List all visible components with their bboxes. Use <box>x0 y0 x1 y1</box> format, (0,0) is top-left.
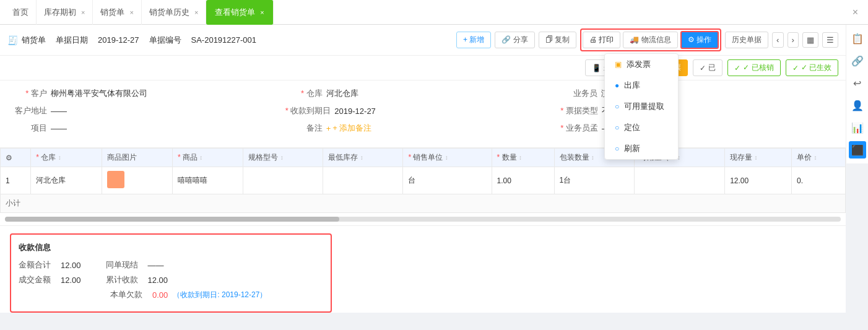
dropdown-qty-fetch[interactable]: ○ 可用量提取 <box>605 96 678 117</box>
dropdown-qty-fetch-label: 可用量提取 <box>624 101 664 112</box>
unit-price-sort-icon: ↕ <box>814 154 817 161</box>
view-grid-button[interactable]: ▦ <box>802 32 818 48</box>
row-unit-price: 0. <box>792 167 846 194</box>
col-warehouse: 仓库 ↕ <box>31 149 102 167</box>
project-label: 项目 <box>10 123 47 134</box>
sidebar-icon-4[interactable]: 👤 <box>849 97 866 114</box>
dropdown-ship-out[interactable]: ● 出库 <box>605 75 678 96</box>
status-effect-button[interactable]: ✓ ✓ 已生效 <box>786 59 838 76</box>
pack-qty-sort-icon: ↕ <box>591 154 594 161</box>
payment-row-2: 成交金额 12.00 累计收款 12.00 <box>19 274 323 285</box>
quantity-sort-icon: ↕ <box>519 154 522 161</box>
tab-sales-order[interactable]: 销货单 × <box>93 0 141 25</box>
status-confirm-button[interactable]: ✓ 已 <box>693 59 723 76</box>
refresh-icon: ○ <box>615 144 619 153</box>
address-label: 客户地址 <box>10 105 47 116</box>
sidebar-icon-1[interactable]: 📋 <box>849 30 866 47</box>
status-sold-label: ✓ 已核销 <box>743 63 773 73</box>
status-sold-button[interactable]: ✓ ✓ 已核销 <box>727 59 780 76</box>
customer-value: 柳州粤港平安气体有限公司 <box>51 88 147 99</box>
view-list-button[interactable]: ☰ <box>822 32 838 48</box>
copy-button[interactable]: 🗍 复制 <box>539 32 576 48</box>
sidebar-icon-3[interactable]: ↩ <box>849 74 866 92</box>
dropdown-refresh[interactable]: ○ 刷新 <box>605 138 678 159</box>
dropdown-locate[interactable]: ○ 定位 <box>605 117 678 138</box>
project-value: —— <box>51 124 67 133</box>
product-image <box>107 171 124 188</box>
total-amount-label: 金额合计 <box>19 259 56 271</box>
owed-label: 本单欠款 <box>110 289 147 300</box>
subtotal-row: 小计 <box>1 194 846 213</box>
tab-sales-history[interactable]: 销货单历史 × <box>142 0 206 25</box>
form-row-2: 客户地址 —— 收款到期日 2019-12-27 票据类型 不开票 <box>10 105 836 116</box>
doc-number-value: SA-20191227-001 <box>191 35 257 45</box>
customer-label: 客户 <box>10 88 47 99</box>
status-effect-icon: ✓ <box>792 64 799 72</box>
same-order-value: —— <box>148 261 164 270</box>
spec-sort-icon: ↕ <box>280 154 284 161</box>
sidebar-icon-5[interactable]: 📊 <box>849 119 866 136</box>
status-confirm-label: 已 <box>708 63 716 73</box>
add-button[interactable]: + 新增 <box>456 32 491 48</box>
note-label: 备注 <box>285 123 323 134</box>
print-button[interactable]: 🖨 打印 <box>583 32 620 48</box>
doc-type-label: 销货单 <box>22 35 46 46</box>
tab-inventory-init[interactable]: 库存期初 × <box>37 0 93 25</box>
ticket-type-label: 票据类型 <box>560 105 598 116</box>
settings-icon: ⚙ <box>6 154 12 162</box>
print-action-group: 🖨 打印 🚚 物流信息 ⚙ 操作 <box>580 28 721 51</box>
history-button[interactable]: 历史单据 <box>725 32 768 48</box>
col-product: 商品 ↕ <box>172 149 243 167</box>
row-product: 嘻嘻嘻嘻 <box>172 167 243 194</box>
form-row-3: 项目 —— 备注 + + 添加备注 业务员孟 —— <box>10 123 836 134</box>
row-min-stock <box>323 167 403 194</box>
product-sort-icon: ↕ <box>199 154 202 161</box>
payment-due-value: 2019-12-27 <box>334 106 376 116</box>
action-button[interactable]: ⚙ 操作 <box>680 31 719 49</box>
action-dropdown: ▣ 添发票 ● 出库 ○ 可用量提取 ○ 定位 ○ 刷新 <box>604 53 679 160</box>
add-invoice-icon: ▣ <box>615 60 622 69</box>
same-order-item: 同单现结 —— <box>106 259 164 271</box>
ship-out-icon: ● <box>615 81 619 90</box>
address-field: 客户地址 —— <box>10 105 285 116</box>
global-close-button[interactable]: × <box>848 7 863 18</box>
warehouse-field: 仓库 河北仓库 <box>285 88 561 99</box>
payment-due-label: 收款到期日 <box>285 105 331 116</box>
product-table-container: ⚙ 仓库 ↕ 商品图片 商品 ↕ 规格型号 ↕ 最低库存 ↕ 销售单位 ↕ 数量… <box>0 148 846 226</box>
dropdown-refresh-label: 刷新 <box>624 143 640 154</box>
doc-date-value: 2019-12-27 <box>98 35 139 45</box>
tab-view-sales-close[interactable]: × <box>260 9 264 16</box>
toolbar-right: + 新增 🔗 分享 🗍 复制 🖨 打印 🚚 物流信息 ⚙ 操作 历史单据 ‹ ›… <box>456 28 838 51</box>
sales-unit-sort-icon: ↕ <box>445 154 448 161</box>
owed-note: （收款到期日: 2019-12-27） <box>173 290 267 300</box>
sidebar-icon-2[interactable]: 🔗 <box>849 52 866 69</box>
tab-sales-order-close[interactable]: × <box>129 9 133 16</box>
payment-row-3: 本单欠款 0.00 （收款到期日: 2019-12-27） <box>19 289 323 300</box>
table-scrollbar[interactable] <box>5 217 841 222</box>
deal-amount-item: 成交金额 12.00 <box>19 274 81 285</box>
tab-inventory-init-label: 库存期初 <box>44 7 76 18</box>
table-scrollbar-area[interactable] <box>0 213 846 225</box>
logistics-button[interactable]: 🚚 物流信息 <box>623 32 677 48</box>
tab-view-sales[interactable]: 查看销货单 × <box>206 0 273 25</box>
warehouse-value: 河北仓库 <box>326 88 358 99</box>
note-add-button[interactable]: + + 添加备注 <box>326 123 372 134</box>
col-settings[interactable]: ⚙ <box>1 149 31 167</box>
dropdown-add-invoice[interactable]: ▣ 添发票 <box>605 54 678 75</box>
product-table: ⚙ 仓库 ↕ 商品图片 商品 ↕ 规格型号 ↕ 最低库存 ↕ 销售单位 ↕ 数量… <box>0 148 846 213</box>
note-add-label: + 添加备注 <box>332 123 371 134</box>
sidebar-icon-6[interactable]: ⬛ <box>849 141 866 158</box>
nav-prev-button[interactable]: ‹ <box>772 32 783 48</box>
tab-home[interactable]: 首页 <box>5 0 37 25</box>
row-pack-qty: 1台 <box>554 167 634 194</box>
subtotal-label: 小计 <box>1 194 846 213</box>
tab-inventory-init-close[interactable]: × <box>81 9 85 16</box>
row-index: 1 <box>1 167 31 194</box>
tab-bar: 首页 库存期初 × 销货单 × 销货单历史 × 查看销货单 × × <box>0 0 868 25</box>
same-order-label: 同单现结 <box>106 259 143 271</box>
share-button[interactable]: 🔗 分享 <box>495 32 534 48</box>
tab-sales-history-close[interactable]: × <box>194 9 198 16</box>
nav-next-button[interactable]: › <box>788 32 799 48</box>
staff-field: 业务员 演示账号 <box>560 88 836 99</box>
locate-icon: ○ <box>615 123 619 132</box>
